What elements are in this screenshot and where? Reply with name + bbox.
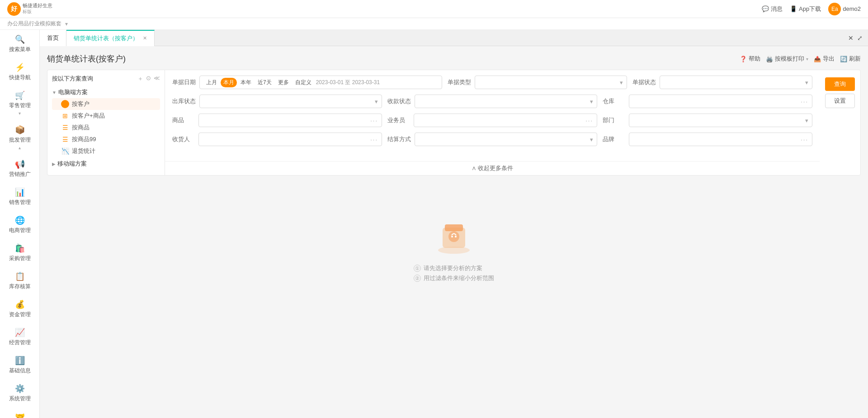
- order-status-control[interactable]: ▾: [660, 76, 812, 89]
- page-title: 销货单统计表(按客户): [47, 53, 126, 64]
- user-menu-btn[interactable]: Ea demo2: [828, 3, 861, 15]
- scheme-collapse-icon[interactable]: ≪: [154, 75, 160, 83]
- tab-home[interactable]: 首页: [40, 30, 66, 46]
- print-icon: 🖨️: [766, 56, 773, 62]
- wholesale-expand-icon: ▴: [19, 145, 21, 150]
- desktop-group-label: 电脑端方案: [58, 88, 88, 96]
- date-control[interactable]: 上月 本月 本年 近7天 更多 自定义 2023-03-01 至 20: [199, 76, 442, 89]
- tab-sales-stats[interactable]: 销货单统计表（按客户） ✕: [66, 30, 155, 46]
- username-label: demo2: [843, 5, 861, 12]
- sidebar-item-purchase[interactable]: 🛍️ 采购管理: [0, 239, 39, 267]
- scheme-add-icon[interactable]: ＋: [137, 75, 143, 83]
- export-btn[interactable]: 📤 导出: [814, 55, 835, 63]
- print-btn[interactable]: 🖨️ 按模板打印 ▾: [766, 55, 808, 63]
- warehouse-control[interactable]: ···: [629, 95, 812, 108]
- header-right: 💬 消息 📱 App下载 Ea demo2: [762, 3, 861, 15]
- salesperson-field: 业务员 ···: [387, 114, 597, 127]
- logo-area: 好 畅捷通好生意 标版: [7, 2, 52, 16]
- scheme-item-return-stats[interactable]: 📉 退货统计: [52, 145, 160, 157]
- date-tab-this-year[interactable]: 本年: [238, 78, 254, 87]
- salesperson-control[interactable]: ···: [414, 114, 597, 127]
- date-label: 单据日期: [172, 78, 196, 86]
- sidebar-item-retail[interactable]: 🛒 零售管理 ▾: [0, 86, 39, 120]
- setting-btn[interactable]: 设置: [825, 94, 855, 108]
- window-maximize-icon[interactable]: ⤢: [857, 34, 863, 42]
- collapse-bar[interactable]: ∧ 收起更多条件: [165, 161, 820, 175]
- sidebar-item-enterprise[interactable]: 🤝 企业协同: [0, 407, 39, 418]
- tab-close-btn[interactable]: ✕: [143, 35, 147, 41]
- out-status-control[interactable]: ▾: [199, 95, 382, 108]
- date-tab-more[interactable]: 更多: [275, 78, 292, 87]
- by-goods-icon: ☰: [61, 124, 69, 132]
- retail-icon: 🛒: [15, 90, 25, 100]
- logo-icon: 好: [7, 2, 21, 16]
- empty-illustration: [431, 212, 476, 257]
- inventory-icon: 📋: [15, 271, 25, 281]
- sidebar-label-system: 系统管理: [9, 395, 31, 403]
- scheme-group-mobile-header[interactable]: ▶ 移动端方案: [52, 157, 160, 171]
- sidebar-item-inventory[interactable]: 📋 库存核算: [0, 267, 39, 295]
- order-type-control[interactable]: ▾: [475, 76, 627, 89]
- export-icon: 📤: [814, 56, 821, 62]
- query-btn-area: 查询 设置: [820, 70, 860, 175]
- dept-arrow-icon: ▾: [805, 117, 808, 124]
- scheme-item-by-goods-99[interactable]: ☰ 按商品99: [52, 133, 160, 145]
- header-left: 好 畅捷通好生意 标版: [7, 2, 52, 16]
- payment-method-label: 结算方式: [387, 135, 411, 143]
- dept-label: 部门: [603, 116, 625, 124]
- receiver-field: 收货人 ···: [172, 133, 382, 146]
- industry-bar: 办公用品行业模拟账套 ▾: [0, 18, 868, 30]
- receiver-control[interactable]: ···: [198, 133, 382, 146]
- scheme-settings-icon[interactable]: ⊙: [146, 75, 151, 83]
- sidebar-item-finance[interactable]: 💰 资金管理: [0, 295, 39, 323]
- goods-field: 商品 ···: [172, 114, 382, 127]
- scheme-item-by-customer[interactable]: 按客户: [52, 98, 160, 110]
- empty-tip-1: ① 请先选择要分析的方案: [414, 264, 494, 272]
- sidebar-label-retail: 零售管理: [9, 102, 31, 109]
- date-tab-last-month[interactable]: 上月: [203, 78, 220, 87]
- sidebar-item-wholesale[interactable]: 📦 批发管理 ▴: [0, 120, 39, 155]
- industry-dropdown-icon[interactable]: ▾: [65, 21, 68, 27]
- window-close-icon[interactable]: ✕: [848, 34, 854, 42]
- sidebar-item-system[interactable]: ⚙️ 系统管理: [0, 379, 39, 407]
- date-tab-7days[interactable]: 近7天: [255, 78, 274, 87]
- filter-panel: 按以下方案查询 ＋ ⊙ ≪ ▼: [47, 70, 861, 176]
- retail-expand-icon: ▾: [19, 111, 21, 116]
- brand-control[interactable]: ···: [629, 133, 812, 146]
- receiver-label: 收货人: [172, 135, 195, 143]
- message-label: 消息: [771, 5, 783, 13]
- refresh-btn[interactable]: 🔄 刷新: [840, 55, 861, 63]
- date-tab-custom[interactable]: 自定义: [292, 78, 314, 87]
- app-download-btn[interactable]: 📱 App下载: [790, 5, 821, 13]
- payment-method-control[interactable]: ▾: [415, 133, 597, 146]
- mobile-group-label: 移动端方案: [57, 160, 87, 168]
- quick-nav-icon: ⚡: [15, 62, 25, 72]
- sidebar-item-operations[interactable]: 📈 经营管理: [0, 323, 39, 351]
- goods-control[interactable]: ···: [198, 114, 382, 127]
- sidebar-item-sales-mgmt[interactable]: 📊 销售管理: [0, 183, 39, 211]
- sidebar-item-quick-nav[interactable]: ⚡ 快捷导航: [0, 58, 39, 86]
- sidebar-item-basic-info[interactable]: ℹ️ 基础信息: [0, 351, 39, 379]
- scheme-item-by-goods[interactable]: ☰ 按商品: [52, 122, 160, 133]
- scheme-group-desktop-header[interactable]: ▼ 电脑端方案: [52, 86, 160, 98]
- query-btn[interactable]: 查询: [825, 77, 855, 91]
- payment-method-field: 结算方式 ▾: [387, 133, 597, 146]
- date-range-text: 2023-03-01 至 2023-03-31: [316, 79, 380, 86]
- sidebar: 🔍 搜索菜单 ⚡ 快捷导航 🛒 零售管理 ▾ 📦 批发管理 ▴ 📢 营销推广: [0, 30, 40, 418]
- scheme-title-icons: ＋ ⊙ ≪: [137, 75, 160, 83]
- scheme-panel: 按以下方案查询 ＋ ⊙ ≪ ▼: [47, 70, 165, 175]
- sidebar-item-marketing[interactable]: 📢 营销推广: [0, 155, 39, 183]
- filter-row-1: 单据日期 上月 本月 本年 近7天 更多: [172, 76, 812, 89]
- sidebar-item-search-menu[interactable]: 🔍 搜索菜单: [0, 30, 39, 58]
- scheme-item-customer-goods[interactable]: ⊞ 按客户+商品: [52, 110, 160, 122]
- salesperson-label: 业务员: [387, 116, 410, 124]
- dept-control[interactable]: ▾: [629, 114, 812, 127]
- help-btn[interactable]: ❓ 帮助: [740, 55, 760, 63]
- sidebar-item-ecom[interactable]: 🌐 电商管理: [0, 211, 39, 239]
- receipt-status-control[interactable]: ▾: [415, 95, 597, 108]
- message-btn[interactable]: 💬 消息: [762, 5, 783, 13]
- scheme-list: ▼ 电脑端方案 按客户 ⊞ 按客户+商品: [52, 86, 160, 171]
- filter-body: 按以下方案查询 ＋ ⊙ ≪ ▼: [47, 70, 860, 175]
- sidebar-label-finance: 资金管理: [9, 311, 31, 318]
- date-tab-this-month[interactable]: 本月: [221, 78, 237, 87]
